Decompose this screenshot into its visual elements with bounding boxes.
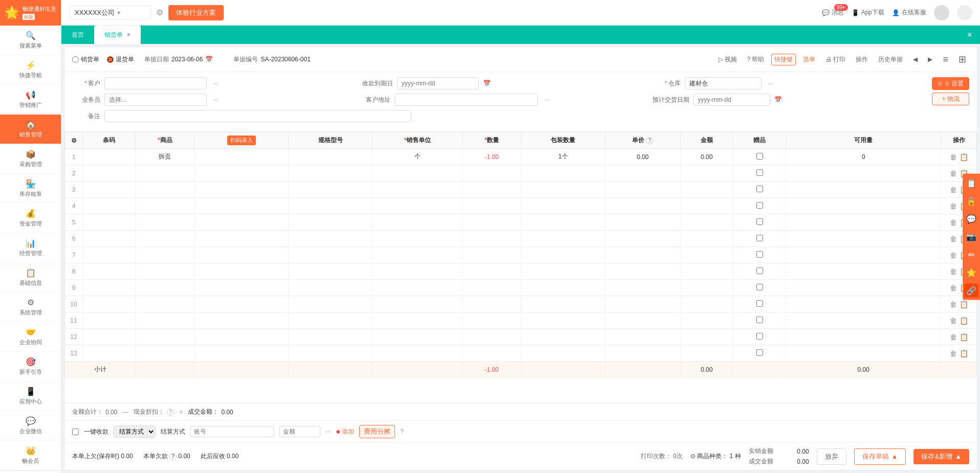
gift-checkbox[interactable] [756,202,763,209]
delete-icon[interactable]: 🗑 [950,251,957,259]
app-download-button[interactable]: 📱 App下载 [852,8,884,17]
delete-icon[interactable]: 🗑 [950,169,957,177]
save-draft-button[interactable]: 保存草稿 ▲ [854,448,906,465]
sidebar-item-members[interactable]: 👑 畅会员 [0,441,61,470]
delete-icon[interactable]: 🗑 [950,300,957,308]
choose-btn[interactable]: 选单 [800,54,818,65]
gift-checkbox[interactable] [756,186,763,192]
gift-checkbox[interactable] [756,300,763,307]
tab-home[interactable]: 首页 [61,26,94,44]
sidebar-item-sales[interactable]: 🏠 销售管理 [0,115,61,144]
customer-addr-input[interactable] [395,94,538,106]
grid-view-btn[interactable]: ⊞ [955,52,969,66]
warehouse-input[interactable] [685,77,761,89]
row-qty[interactable]: -1.00 [462,149,521,165]
sidebar-item-purchase[interactable]: 📦 采购管理 [0,144,61,174]
remarks-input[interactable] [104,110,411,122]
copy-icon[interactable]: 📋 [960,153,968,161]
payment-method-select[interactable]: 结算方式 [114,425,156,438]
add-payment-button[interactable]: ● 添加 [336,427,354,436]
sidebar-item-guide[interactable]: 🎯 新手引导 [0,352,61,381]
expense-split-button[interactable]: 费用分摊 [359,425,395,438]
panel-icon-5[interactable]: ✏ [964,247,978,261]
date-calendar-icon[interactable]: 📅 [205,56,213,63]
panel-icon-3[interactable]: 💬 [964,212,978,226]
sidebar-item-quick-nav[interactable]: ⚡ 快捷导航 [0,55,61,85]
row-spec[interactable] [289,149,373,165]
return-order-radio[interactable]: 退货单 [107,55,134,64]
gift-checkbox[interactable] [756,333,763,340]
row-unit[interactable]: 个 [373,149,463,165]
copy-icon[interactable]: 📋 [960,333,968,341]
addr-more-icon[interactable]: ··· [545,96,550,103]
payment-due-calendar-icon[interactable]: 📅 [483,80,491,87]
save-new-button[interactable]: 保存&新增 ▲ [913,449,969,464]
company-selector[interactable]: XXXXXX公司 ▾ [69,6,151,20]
customer-more-icon[interactable]: ··· [213,80,219,87]
gift-checkbox[interactable] [756,349,763,356]
tab-sales-order[interactable]: 销货单 × [94,26,141,44]
col-settings[interactable]: ⚙ [65,132,83,149]
panel-icon-4[interactable]: 📷 [964,230,978,243]
scan-button[interactable]: 扫码录入 [227,136,256,145]
sidebar-item-basics[interactable]: 📋 基础信息 [0,263,61,292]
gift-checkbox[interactable] [756,218,763,225]
copy-icon[interactable]: 📋 [960,317,968,325]
gift-checkbox[interactable] [756,317,763,323]
salesman-input[interactable] [104,94,207,106]
sidebar-item-system[interactable]: ⚙ 系统管理 [0,292,61,322]
delete-icon[interactable]: 🗑 [950,202,957,210]
gift-checkbox[interactable] [756,251,763,258]
message-button[interactable]: 💬 消息 99+ [822,8,844,17]
header-settings-icon[interactable]: ⚙ [156,8,163,17]
copy-icon[interactable]: 📋 [960,349,968,357]
delete-icon[interactable]: 🗑 [950,333,957,341]
sidebar-item-app[interactable]: 📱 应用中心 [0,381,61,411]
panel-icon-1[interactable]: 📋 [964,176,978,190]
salesman-more-icon[interactable]: ··· [213,96,219,103]
sidebar-item-wechat[interactable]: 💬 企业微信 [0,411,61,441]
trial-button[interactable]: 体验行业方案 [168,5,224,20]
user-avatar[interactable] [934,5,949,20]
help-btn[interactable]: ? 帮助 [744,54,768,65]
warehouse-more-icon[interactable]: ··· [768,80,773,87]
user-settings-avatar[interactable] [957,5,972,20]
delete-icon[interactable]: 🗑 [950,349,957,357]
delete-icon[interactable]: 🗑 [950,153,957,161]
video-btn[interactable]: ▷ 视频 [715,54,740,65]
sidebar-item-finance[interactable]: 💰 资金管理 [0,204,61,233]
list-view-btn[interactable]: ≡ [940,53,951,66]
delete-icon[interactable]: 🗑 [950,235,957,243]
abandon-button[interactable]: 放弃 [817,448,846,465]
delete-icon[interactable]: 🗑 [950,317,957,325]
row-gift[interactable] [733,149,786,165]
nav-prev-btn[interactable]: ◀ [910,54,921,64]
gift-checkbox[interactable] [756,267,763,274]
sidebar-item-marketing[interactable]: 📢 营销推广 [0,85,61,115]
online-service-button[interactable]: 👤 在线客服 [892,8,926,17]
row-price[interactable]: 0.00 [605,149,680,165]
gift-checkbox[interactable] [756,235,763,241]
customer-input[interactable] [104,77,207,89]
history-btn[interactable]: 历史单据 [875,54,906,65]
print-btn[interactable]: 🖨 打印 [822,54,848,65]
payment-amount-input[interactable] [279,426,320,437]
sidebar-item-search[interactable]: 🔍 搜索菜单 [0,26,61,55]
operate-btn[interactable]: 操作 [853,54,871,65]
sidebar-item-operations[interactable]: 📊 经营管理 [0,233,61,263]
shortcut-btn[interactable]: 快捷键 [771,54,796,65]
delete-icon[interactable]: 🗑 [950,186,957,194]
expected-delivery-input[interactable] [693,94,770,106]
discount-help-icon[interactable]: ? [167,409,174,416]
row-pkg-qty[interactable]: 1个 [521,149,605,165]
gift-checkbox[interactable] [756,153,763,160]
delete-icon[interactable]: 🗑 [950,284,957,292]
price-help-icon[interactable]: ? [646,137,653,144]
sidebar-item-inventory[interactable]: 🏪 库存核算 [0,174,61,204]
panel-icon-2[interactable]: 🔒 [964,194,978,208]
logistics-button[interactable]: + 物流 [932,93,969,105]
close-all-tabs-icon[interactable]: × [959,30,980,40]
payment-due-input[interactable] [397,77,479,89]
sidebar-item-enterprise[interactable]: 🤝 企业协同 [0,322,61,352]
account-more-icon[interactable]: ··· [325,428,331,435]
